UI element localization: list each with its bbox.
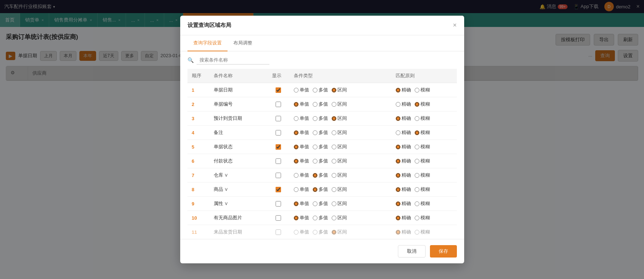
- modal-title: 设置查询区域布局: [187, 22, 231, 29]
- search-input[interactable]: [197, 56, 269, 64]
- th-name: 条件名称: [209, 69, 268, 83]
- row-type-1: 单值 多值 区间: [289, 83, 391, 87]
- search-icon: 🔍: [187, 57, 194, 63]
- modal-tab-query-settings[interactable]: 查询字段设置: [187, 35, 228, 51]
- table-row: 1单据日期 单值 多值 区间 精确 模糊: [187, 83, 457, 87]
- th-display: 显示: [268, 69, 289, 83]
- modal-search-area: 🔍: [180, 51, 464, 69]
- row-name-1: 单据日期: [209, 83, 268, 87]
- th-type: 条件类型: [289, 69, 391, 83]
- modal-overlay: 设置查询区域布局 × 查询字段设置 布局调整 🔍 顺序 条件名称: [0, 0, 644, 87]
- th-order: 顺序: [187, 69, 209, 83]
- modal-header: 设置查询区域布局 ×: [180, 16, 464, 35]
- row-match-1: 精确 模糊: [391, 83, 457, 87]
- th-match: 匹配原则: [391, 69, 457, 83]
- row-order-1: 1: [187, 83, 209, 87]
- settings-modal: 设置查询区域布局 × 查询字段设置 布局调整 🔍 顺序 条件名称: [180, 16, 464, 87]
- table-header-row: 顺序 条件名称 显示 条件类型 匹配原则: [187, 69, 457, 83]
- modal-tab-layout[interactable]: 布局调整: [228, 35, 258, 51]
- modal-table: 顺序 条件名称 显示 条件类型 匹配原则 1单据日期 单值 多值 区间 精确 模…: [187, 69, 457, 87]
- modal-close-button[interactable]: ×: [453, 21, 457, 29]
- row-display-1[interactable]: [268, 83, 289, 87]
- modal-table-container: 顺序 条件名称 显示 条件类型 匹配原则 1单据日期 单值 多值 区间 精确 模…: [180, 69, 464, 87]
- modal-tabs: 查询字段设置 布局调整: [180, 35, 464, 51]
